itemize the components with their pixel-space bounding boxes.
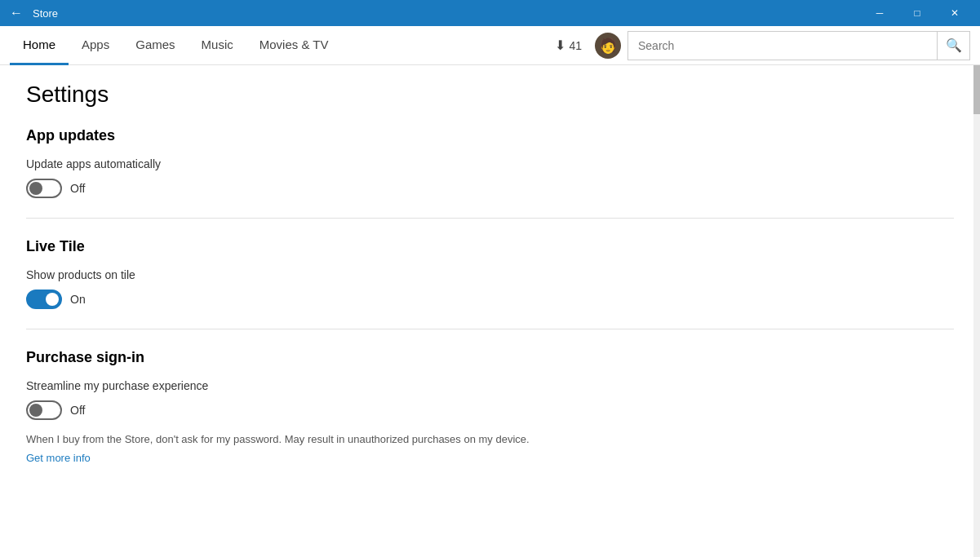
purchase-signin-title: Purchase sign-in [26, 349, 954, 366]
auto-update-label: Update apps automatically [26, 157, 954, 170]
auto-update-toggle[interactable] [26, 179, 62, 198]
titlebar-title: Store [33, 7, 58, 20]
toggle-thumb-2 [46, 293, 59, 306]
download-icon: ⬇ [555, 38, 565, 53]
show-products-toggle-row: On [26, 290, 954, 309]
close-button[interactable]: ✕ [936, 0, 973, 26]
main-content: Settings App updates Update apps automat… [0, 65, 980, 557]
divider-1 [26, 218, 954, 219]
titlebar: ← Store ─ □ ✕ [0, 0, 980, 26]
streamline-toggle-row: Off [26, 400, 954, 420]
page-title: Settings [26, 82, 954, 108]
download-count: 41 [569, 39, 582, 52]
section-live-tile: Live Tile Show products on tile On [26, 238, 954, 309]
nav-item-home[interactable]: Home [10, 26, 69, 65]
nav-item-apps[interactable]: Apps [69, 26, 122, 65]
section-app-updates: App updates Update apps automatically Of… [26, 127, 954, 198]
toggle-thumb [29, 182, 42, 195]
toggle-thumb-3 [29, 404, 42, 417]
titlebar-left: ← Store [7, 3, 58, 23]
maximize-button[interactable]: □ [898, 0, 936, 26]
streamline-label: Streamline my purchase experience [26, 379, 954, 392]
section-purchase-signin: Purchase sign-in Streamline my purchase … [26, 349, 954, 465]
back-button[interactable]: ← [7, 3, 26, 23]
streamline-toggle-label: Off [70, 404, 85, 417]
divider-2 [26, 329, 954, 329]
show-products-label: Show products on tile [26, 268, 954, 281]
titlebar-controls: ─ □ ✕ [861, 0, 973, 26]
nav-actions: ⬇ 41 🧑 🔍 [548, 31, 970, 60]
show-products-toggle[interactable] [26, 290, 62, 309]
search-icon: 🔍 [946, 38, 962, 53]
nav-item-games[interactable]: Games [122, 26, 188, 65]
scrollbar-thumb[interactable] [973, 65, 980, 114]
auto-update-toggle-label: Off [70, 182, 85, 195]
avatar-image: 🧑 [595, 33, 621, 59]
scrollbar-track [973, 65, 980, 557]
minimize-button[interactable]: ─ [861, 0, 898, 26]
purchase-description: When I buy from the Store, don't ask for… [26, 433, 597, 445]
auto-update-toggle-row: Off [26, 179, 954, 198]
search-button[interactable]: 🔍 [937, 32, 969, 60]
search-box: 🔍 [627, 31, 970, 60]
navbar: Home Apps Games Music Movies & TV ⬇ 41 🧑… [0, 26, 980, 65]
search-input[interactable] [628, 32, 937, 60]
show-products-toggle-label: On [70, 293, 86, 306]
get-more-info-link[interactable]: Get more info [26, 452, 91, 464]
app-updates-title: App updates [26, 127, 954, 144]
avatar[interactable]: 🧑 [595, 33, 621, 59]
live-tile-title: Live Tile [26, 238, 954, 255]
download-button[interactable]: ⬇ 41 [548, 34, 588, 56]
nav-item-music[interactable]: Music [188, 26, 246, 65]
nav-item-movies[interactable]: Movies & TV [246, 26, 342, 65]
content-wrapper: Settings App updates Update apps automat… [0, 65, 980, 557]
streamline-toggle[interactable] [26, 400, 62, 420]
